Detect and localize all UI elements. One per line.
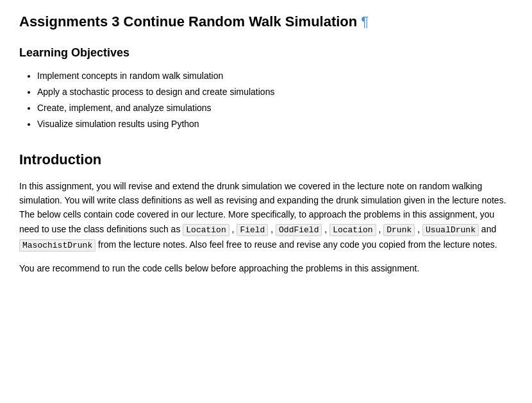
code-field: Field [237,224,268,236]
page-title: Assignments 3 Continue Random Walk Simul… [19,13,513,31]
list-item: Implement concepts in random walk simula… [37,69,513,83]
intro-text-end: from the lecture notes. Also feel free t… [98,239,497,250]
code-drunk: Drunk [383,224,415,236]
introduction-heading: Introduction [19,149,513,170]
list-item: Visualize simulation results using Pytho… [37,117,513,131]
code-masochistdrunk: MasochistDrunk [19,239,96,252]
pilcrow-symbol: ¶ [361,13,369,30]
title-text: Assignments 3 Continue Random Walk Simul… [19,13,357,30]
learning-objectives-heading: Learning Objectives [19,44,513,62]
objectives-list: Implement concepts in random walk simula… [19,69,513,131]
and-text: and [481,224,496,234]
code-oddfield: OddField [276,224,322,236]
code-usualdrunk: UsualDrunk [422,224,479,236]
introduction-section: Introduction In this assignment, you wil… [19,149,513,276]
code-location-2: Location [329,224,376,236]
code-location-1: Location [183,224,229,236]
intro-paragraph-2: You are recommend to run the code cells … [19,261,513,275]
intro-paragraph-1: In this assignment, you will revise and … [19,179,513,253]
list-item: Apply a stochastic process to design and… [37,85,513,99]
list-item: Create, implement, and analyze simulatio… [37,101,513,115]
